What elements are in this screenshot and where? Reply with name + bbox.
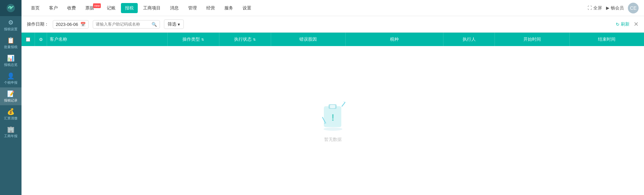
baoshui-zonglan-icon: 📊 — [7, 54, 14, 62]
sidebar-item-baoshui-shezhi[interactable]: ⚙ 报税设置 — [0, 16, 22, 34]
refresh-button[interactable]: ↻ 刷新 — [616, 21, 630, 27]
search-input[interactable] — [96, 22, 149, 27]
select-all-checkbox[interactable] — [26, 37, 30, 42]
main-area: 首页 客户 收费 票据 new 记账 报税 工商项目 消息 管理 经营 服务 设… — [22, 0, 644, 195]
svg-rect-4 — [330, 105, 335, 108]
baoshui-shezhi-icon: ⚙ — [8, 19, 13, 26]
empty-text: 暂无数据 — [324, 136, 342, 143]
sidebar-item-label: 报税总览 — [4, 63, 17, 67]
th-endtime: 结束时间 — [570, 33, 644, 46]
svg-point-1 — [10, 7, 12, 9]
member-icon: ▶ — [606, 5, 609, 10]
gongshang-nianbao-icon: 🏢 — [7, 126, 14, 133]
new-badge: new — [93, 3, 101, 8]
search-icon: 🔍 — [152, 22, 157, 27]
chevron-down-icon: ▾ — [178, 22, 180, 27]
nav-shouye[interactable]: 首页 — [27, 3, 44, 13]
toolbar-right: ↻ 刷新 ✕ — [616, 21, 639, 27]
search-box: 🔍 — [93, 20, 160, 29]
avatar[interactable]: CE — [628, 3, 639, 13]
nav-piaoju[interactable]: 票据 new — [81, 3, 101, 13]
gear-icon: ⚙ — [39, 37, 43, 42]
nav-jingying[interactable]: 经营 — [202, 3, 219, 13]
sidebar-logo — [0, 0, 22, 16]
sidebar: ⚙ 报税设置 📋 批量报税 📊 报税总览 👤 个税申报 📝 报税记录 💰 汇算清… — [0, 0, 22, 195]
filter-button[interactable]: 筛选 ▾ — [164, 20, 184, 29]
nav-xiaoxi[interactable]: 消息 — [166, 3, 183, 13]
th-starttime: 开始时间 — [495, 33, 569, 46]
sidebar-item-huisuan-jiaona[interactable]: 💰 汇算清缴 — [0, 105, 22, 123]
geshuishenb-icon: 👤 — [7, 72, 14, 80]
sidebar-item-geshuishenb[interactable]: 👤 个税申报 — [0, 70, 22, 87]
th-gear[interactable]: ⚙ — [35, 33, 47, 46]
th-checkbox[interactable] — [22, 33, 35, 46]
close-button[interactable]: ✕ — [634, 21, 639, 27]
nav-fuwu[interactable]: 服务 — [220, 3, 237, 13]
sidebar-item-label: 工商年报 — [4, 134, 17, 138]
nav-shoufei[interactable]: 收费 — [63, 3, 80, 13]
topnav: 首页 客户 收费 票据 new 记账 报税 工商项目 消息 管理 经营 服务 设… — [22, 0, 644, 16]
svg-line-8 — [342, 103, 345, 106]
nav-baoshui[interactable]: 报税 — [121, 3, 138, 13]
table-wrapper: ⚙ 客户名称 操作类型 ⇅ 执行状态 ⇅ 错误股因 税种 — [22, 33, 644, 195]
th-error: 错误股因 — [271, 33, 346, 46]
th-customer: 客户名称 — [47, 33, 168, 46]
date-label: 操作日期： — [27, 21, 49, 27]
nav-jizhang[interactable]: 记账 — [103, 3, 120, 13]
table-header: ⚙ 客户名称 操作类型 ⇅ 执行状态 ⇅ 错误股因 税种 — [22, 33, 644, 46]
date-value: 2023-06-06 — [56, 22, 78, 27]
piliang-baoshui-icon: 📋 — [7, 37, 14, 44]
sidebar-item-gongshang-nianbao[interactable]: 🏢 工商年报 — [0, 123, 22, 141]
sort-icon: ⇅ — [201, 38, 204, 41]
th-optype[interactable]: 操作类型 ⇅ — [168, 33, 219, 46]
fullscreen-button[interactable]: ⛶ 全屏 — [588, 5, 602, 11]
filter-label: 筛选 — [168, 21, 176, 27]
sidebar-item-baoshui-zonglan[interactable]: 📊 报税总览 — [0, 52, 22, 70]
sidebar-item-label: 个税申报 — [4, 81, 17, 85]
empty-illustration: ! — [318, 99, 348, 132]
nav-items: 首页 客户 收费 票据 new 记账 报税 工商项目 消息 管理 经营 服务 设… — [27, 3, 588, 13]
sidebar-item-label: 报税记录 — [4, 99, 17, 103]
sidebar-item-label: 批量报税 — [4, 45, 17, 49]
huisuan-jiaona-icon: 💰 — [7, 108, 14, 115]
svg-text:!: ! — [331, 112, 334, 123]
th-status[interactable]: 执行状态 ⇅ — [219, 33, 271, 46]
sidebar-item-baoshui-jilu[interactable]: 📝 报税记录 — [0, 87, 22, 105]
nav-guanli[interactable]: 管理 — [184, 3, 201, 13]
th-tax: 税种 — [346, 33, 443, 46]
nav-gongshang-xiangmu[interactable]: 工商项目 — [139, 3, 165, 13]
content-area: 操作日期： 2023-06-06 📅 🔍 筛选 ▾ ↻ 刷新 ✕ — [22, 16, 644, 195]
topnav-right: ⛶ 全屏 ▶ 畅会员 CE — [588, 3, 639, 13]
svg-point-10 — [324, 127, 342, 131]
empty-state: ! 暂无数据 — [22, 46, 644, 195]
sidebar-item-label: 报税设置 — [4, 27, 17, 31]
nav-kehu[interactable]: 客户 — [45, 3, 62, 13]
date-picker[interactable]: 2023-06-06 📅 — [53, 20, 89, 29]
baoshui-jilu-icon: 📝 — [7, 90, 14, 98]
sidebar-item-piliang-baoshui[interactable]: 📋 批量报税 — [0, 34, 22, 52]
svg-marker-9 — [343, 102, 346, 103]
fullscreen-icon: ⛶ — [588, 5, 592, 10]
sort-icon: ⇅ — [253, 38, 256, 41]
sidebar-item-label: 汇算清缴 — [4, 116, 17, 120]
nav-shezhi[interactable]: 设置 — [239, 3, 255, 13]
calendar-icon: 📅 — [80, 22, 86, 27]
toolbar: 操作日期： 2023-06-06 📅 🔍 筛选 ▾ ↻ 刷新 ✕ — [22, 16, 644, 33]
th-executor: 执行人 — [443, 33, 495, 46]
refresh-icon: ↻ — [616, 22, 619, 27]
member-button[interactable]: ▶ 畅会员 — [606, 5, 624, 11]
